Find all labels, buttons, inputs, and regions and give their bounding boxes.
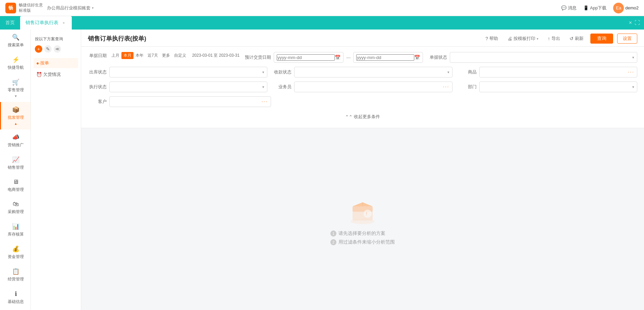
breadcrumb: 办公用品行业模拟账套 ▾ <box>47 5 94 11</box>
tab-expand-icon[interactable]: ⛶ <box>635 20 640 26</box>
salesperson-more-icon[interactable]: ··· <box>443 84 449 90</box>
sidebar-item-operation[interactable]: 📋 经营管理 <box>0 264 31 286</box>
filter-exec-status: 执行状态 ▾ <box>88 82 267 92</box>
empty-tip-2: 2 用过滤条件来缩小分析范围 <box>330 239 395 245</box>
collapse-up-icon: ⌃⌃ <box>345 114 353 119</box>
tab-close-all-icon[interactable]: × <box>629 20 632 26</box>
filter-delivery-status: 出库状态 ▾ <box>88 67 267 78</box>
top-header: 畅 畅捷信好生意 标准版 办公用品行业模拟账套 ▾ 💬 消息 📱 App下载 E… <box>0 0 644 16</box>
tab-bar-actions: × ⛶ <box>629 20 644 26</box>
sidebar-item-purchase[interactable]: 🛍 采购管理 <box>0 197 31 219</box>
exec-status-label: 执行状态 <box>88 84 107 90</box>
refresh-icon: ↺ <box>570 36 574 41</box>
period-7days[interactable]: 近7天 <box>146 52 160 59</box>
settings-button[interactable]: 设置 <box>617 34 637 44</box>
period-more[interactable]: 更多 <box>160 52 172 59</box>
breadcrumb-dropdown-icon[interactable]: ▾ <box>92 6 94 10</box>
edit-scheme-button[interactable]: ✎ <box>44 45 52 53</box>
estimated-date-end-input[interactable] <box>356 54 414 61</box>
add-scheme-button[interactable]: + <box>35 45 42 53</box>
product-select[interactable]: ··· <box>479 67 637 78</box>
user-profile[interactable]: Ea demo2 <box>613 3 639 13</box>
header-right: 💬 消息 📱 App下载 Ea demo2 <box>561 3 639 13</box>
salesperson-input[interactable] <box>297 85 443 90</box>
customer-input[interactable] <box>112 99 262 104</box>
sub-sidebar-label: 按以下方案查询 + ✎ ≪ <box>31 34 81 58</box>
sidebar-item-search[interactable]: 🔍 搜索菜单 <box>0 30 31 52</box>
doc-status-input[interactable] <box>453 55 632 60</box>
filter-dept: 部门 ▾ <box>458 82 637 92</box>
filter-area: 单据日期 上月 本月 本年 近7天 更多 自定义 2023-03-01 至 20… <box>81 47 644 128</box>
sidebar-item-inventory[interactable]: 📊 库存核算 <box>0 219 31 241</box>
dept-input[interactable] <box>482 85 632 90</box>
page-actions: ? 帮助 🖨 按模板打印 ▾ ↑ 导出 ↺ 刷新 查询 设置 <box>483 34 637 44</box>
logo-area: 畅 畅捷信好生意 标准版 <box>5 3 43 13</box>
sidebar-item-retail[interactable]: 🛒 零售管理 ▼ <box>0 74 31 102</box>
exec-status-select[interactable]: ▾ <box>109 82 267 92</box>
dept-select[interactable]: ▾ <box>479 82 637 92</box>
delivery-status-select[interactable]: ▾ <box>109 67 267 78</box>
ecommerce-icon: 🖥 <box>13 178 19 186</box>
sub-item-order[interactable]: ● 按单 <box>34 58 78 68</box>
basic-icon: ℹ <box>15 290 17 298</box>
collapse-more-button[interactable]: ⌃⌃ 收起更多条件 <box>88 111 637 122</box>
sidebar-item-quick-nav[interactable]: ⚡ 快捷导航 <box>0 52 31 74</box>
sidebar-item-finance[interactable]: 💰 资金管理 <box>0 241 31 264</box>
period-this-year[interactable]: 本年 <box>133 52 146 59</box>
wholesale-icon: 📦 <box>12 106 19 113</box>
sidebar-item-wholesale[interactable]: 📦 批发管理 ▲ <box>0 102 31 130</box>
query-button[interactable]: 查询 <box>590 34 613 44</box>
filter-row-4: 客户 ··· <box>88 96 637 107</box>
page-title: 销售订单执行表(按单) <box>88 35 146 43</box>
template-print-button[interactable]: 🖨 按模板打印 ▾ <box>505 34 541 43</box>
period-last-month[interactable]: 上月 <box>109 52 121 59</box>
refresh-button[interactable]: ↺ 刷新 <box>567 34 586 43</box>
customer-more-icon[interactable]: ··· <box>262 99 268 105</box>
sub-item-debt[interactable]: ⏰ 欠货情况 <box>34 69 78 80</box>
empty-tips: 1 请先选择要分析的方案 2 用过滤条件来缩小分析范围 <box>330 230 395 245</box>
product-more-icon[interactable]: ··· <box>628 69 634 75</box>
payment-status-label: 收款状态 <box>273 69 291 75</box>
filter-row-1: 单据日期 上月 本月 本年 近7天 更多 自定义 2023-03-01 至 20… <box>88 52 637 63</box>
filter-row-2: 出库状态 ▾ 收款状态 ▾ 商品 <box>88 67 637 78</box>
sidebar: 🔍 搜索菜单 ⚡ 快捷导航 🛒 零售管理 ▼ 📦 批发管理 ▲ 📣 营销推广 📈… <box>0 30 31 310</box>
customer-select[interactable]: ··· <box>109 96 271 107</box>
product-input[interactable] <box>482 70 628 75</box>
tab-sales-order[interactable]: 销售订单执行表 × <box>20 16 72 30</box>
tab-bar: 首页 销售订单执行表 × × ⛶ <box>0 16 644 30</box>
empty-illustration: ! <box>346 193 379 226</box>
tab-home[interactable]: 首页 <box>0 16 20 30</box>
salesperson-select[interactable]: ··· <box>294 82 452 92</box>
calendar-start-icon: 📅 <box>335 55 340 60</box>
empty-tip-1: 1 请先选择要分析的方案 <box>330 230 395 237</box>
message-icon: 💬 <box>561 5 567 10</box>
payment-status-select[interactable]: ▾ <box>294 67 452 78</box>
sidebar-item-ecommerce[interactable]: 🖥 电商管理 <box>0 174 31 197</box>
estimated-date-start[interactable]: 📅 <box>274 52 343 63</box>
svg-point-4 <box>364 210 372 218</box>
collapse-scheme-button[interactable]: ≪ <box>54 45 61 53</box>
sidebar-item-sales[interactable]: 📈 销售管理 <box>0 152 31 174</box>
sidebar-item-marketing[interactable]: 📣 营销推广 <box>0 130 31 152</box>
period-this-month[interactable]: 本月 <box>121 52 133 59</box>
app-download-button[interactable]: 📱 App下载 <box>583 5 606 11</box>
quick-nav-icon: ⚡ <box>12 56 19 63</box>
estimated-date-start-input[interactable] <box>277 54 335 61</box>
filter-salesperson: 业务员 ··· <box>273 82 452 92</box>
marketing-icon: 📣 <box>12 134 19 141</box>
avatar: Ea <box>613 3 624 13</box>
doc-status-select[interactable]: ▾ <box>450 52 637 63</box>
exec-status-input[interactable] <box>112 85 262 90</box>
estimated-date-label: 预计交货日期 <box>245 54 271 60</box>
delivery-status-input[interactable] <box>112 70 262 75</box>
help-button[interactable]: ? 帮助 <box>483 34 501 43</box>
payment-status-input[interactable] <box>297 70 447 75</box>
estimated-date-end[interactable]: 📅 <box>353 52 423 63</box>
sidebar-item-system[interactable]: ⚙ 系统管理 <box>0 309 31 310</box>
sidebar-item-basic[interactable]: ℹ 基础信息 <box>0 286 31 309</box>
period-custom[interactable]: 自定义 <box>172 52 188 59</box>
message-button[interactable]: 💬 消息 <box>561 5 577 11</box>
tab-close-icon[interactable]: × <box>61 20 66 25</box>
delivery-dropdown-icon: ▾ <box>262 70 264 74</box>
export-button[interactable]: ↑ 导出 <box>545 34 563 43</box>
